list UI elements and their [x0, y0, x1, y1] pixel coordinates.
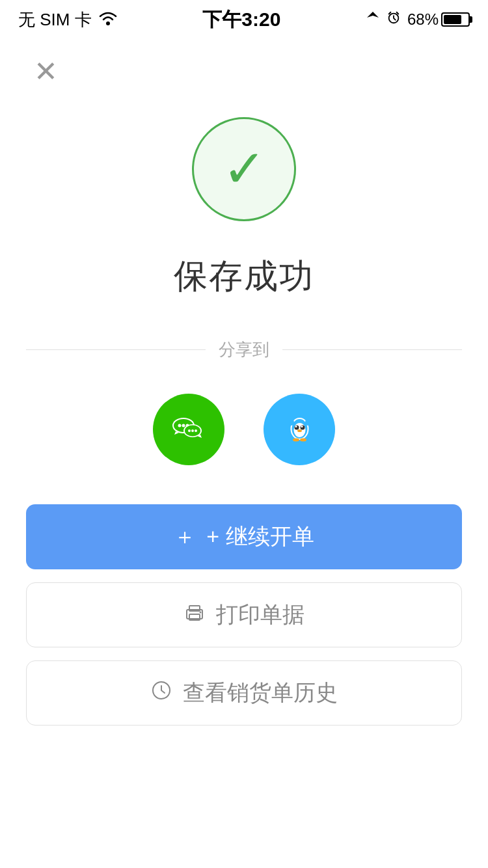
location-icon [366, 10, 380, 29]
action-buttons: ＋ + 继续开单 打印单据 查看销货单历 [26, 504, 462, 726]
print-button[interactable]: 打印单据 [26, 582, 462, 647]
clock-icon [150, 679, 172, 707]
status-left: 无 SIM 卡 [18, 8, 118, 31]
svg-point-18 [301, 426, 303, 427]
sim-label: 无 SIM 卡 [18, 8, 92, 31]
alarm-icon [386, 10, 401, 29]
svg-point-19 [297, 429, 302, 432]
close-icon: ✕ [34, 57, 58, 86]
svg-point-22 [289, 419, 294, 426]
svg-point-0 [106, 21, 110, 25]
svg-point-5 [182, 424, 185, 427]
print-icon [183, 601, 206, 629]
close-button[interactable]: ✕ [26, 52, 65, 91]
divider-left [26, 349, 206, 350]
battery-percent: 68% [407, 10, 439, 29]
wifi-icon [98, 10, 118, 30]
share-section: 分享到 [26, 338, 462, 465]
divider-right [282, 349, 462, 350]
svg-point-27 [200, 612, 202, 614]
svg-point-10 [191, 429, 194, 432]
svg-point-23 [305, 419, 310, 426]
share-icons-row [26, 394, 462, 465]
battery: 68% [407, 10, 470, 29]
status-bar: 无 SIM 卡 下午3:20 68% [0, 0, 488, 39]
history-label: 查看销货单历史 [183, 678, 338, 708]
success-icon-circle: ✓ [192, 117, 296, 221]
svg-point-20 [293, 438, 299, 441]
qq-share-button[interactable] [264, 394, 335, 465]
svg-point-9 [188, 429, 191, 432]
checkmark-icon: ✓ [223, 143, 266, 195]
battery-icon [441, 12, 470, 27]
main-content: ✕ ✓ 保存成功 分享到 [0, 39, 488, 765]
continue-label: + 继续开单 [206, 522, 314, 552]
wechat-share-button[interactable] [153, 394, 224, 465]
continue-button[interactable]: ＋ + 继续开单 [26, 504, 462, 569]
svg-point-11 [195, 429, 197, 432]
history-button[interactable]: 查看销货单历史 [26, 660, 462, 726]
share-label: 分享到 [219, 338, 269, 361]
svg-point-17 [295, 426, 297, 427]
status-time: 下午3:20 [202, 7, 280, 33]
success-title: 保存成功 [174, 254, 314, 299]
share-divider: 分享到 [26, 338, 462, 361]
print-label: 打印单据 [216, 600, 305, 630]
svg-point-21 [300, 438, 306, 441]
svg-point-4 [178, 424, 182, 427]
plus-icon: ＋ [174, 522, 196, 552]
status-right: 68% [366, 10, 470, 29]
